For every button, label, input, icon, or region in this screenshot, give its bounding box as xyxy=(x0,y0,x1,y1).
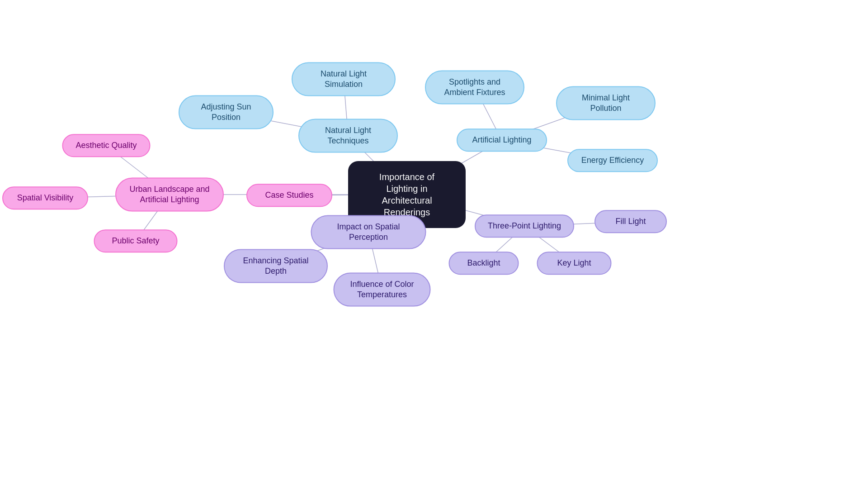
node-key-light[interactable]: Key Light xyxy=(537,252,612,275)
node-aesthetic-quality[interactable]: Aesthetic Quality xyxy=(62,134,151,157)
node-impact-spatial-perception[interactable]: Impact on Spatial Perception xyxy=(311,215,426,249)
node-natural-light-techniques[interactable]: Natural Light Techniques xyxy=(298,119,398,153)
node-backlight[interactable]: Backlight xyxy=(449,252,519,275)
node-energy-efficiency[interactable]: Energy Efficiency xyxy=(567,149,658,172)
node-natural-light-simulation[interactable]: Natural Light Simulation xyxy=(292,62,396,96)
node-case-studies[interactable]: Case Studies xyxy=(246,184,332,207)
node-spotlights-ambient[interactable]: Spotlights and Ambient Fixtures xyxy=(425,71,524,105)
node-artificial-lighting[interactable]: Artificial Lighting xyxy=(457,128,547,152)
node-three-point-lighting[interactable]: Three-Point Lighting xyxy=(475,214,574,238)
node-fill-light[interactable]: Fill Light xyxy=(594,210,667,233)
node-minimal-light-pollution[interactable]: Minimal Light Pollution xyxy=(556,86,656,120)
node-adjusting-sun-position[interactable]: Adjusting Sun Position xyxy=(179,95,274,129)
node-public-safety[interactable]: Public Safety xyxy=(94,229,178,252)
node-spatial-visibility[interactable]: Spatial Visibility xyxy=(2,186,88,209)
node-influence-color-temps[interactable]: Influence of Color Temperatures xyxy=(334,273,431,307)
node-enhancing-spatial-depth[interactable]: Enhancing Spatial Depth xyxy=(224,249,328,283)
node-urban-landscape[interactable]: Urban Landscape and Artificial Lighting xyxy=(115,178,224,212)
